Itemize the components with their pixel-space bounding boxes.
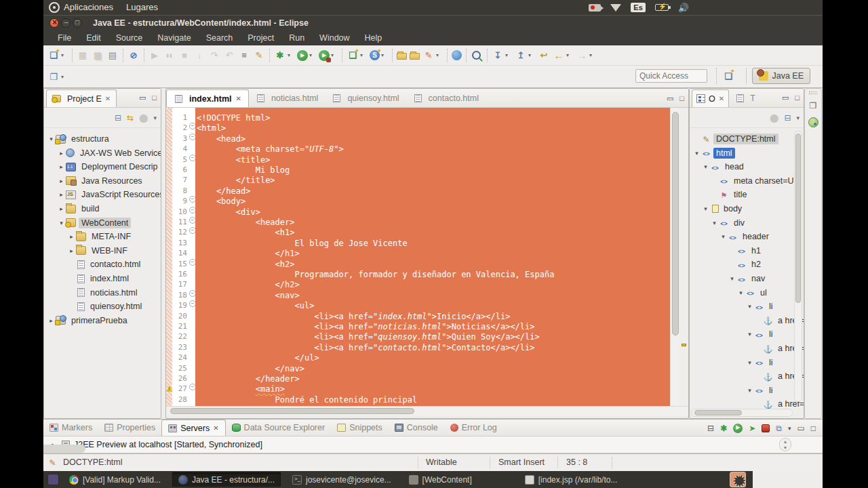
volume-icon[interactable]: 🔊 [678, 3, 689, 13]
back-menu-icon[interactable]: ▾ [566, 52, 573, 58]
web-service-icon[interactable] [370, 50, 380, 60]
twistie-icon[interactable]: ▾ [745, 303, 754, 310]
tree-item-deployment-descrip[interactable]: ▸Deployment Descrip [57, 160, 161, 174]
palette-view-icon[interactable] [808, 117, 818, 127]
tree-item-contacto-html[interactable]: contacto.html [67, 258, 143, 271]
tree-item-noticias-html[interactable]: noticias.html [67, 286, 140, 300]
twistie-icon[interactable]: ▸ [57, 191, 66, 198]
outline-item-li[interactable]: ▾li [745, 356, 776, 369]
skip-breakpoints-icon[interactable] [127, 49, 140, 62]
twistie-icon[interactable]: ▾ [745, 387, 754, 394]
outline-item-h2[interactable]: h2 [728, 258, 764, 271]
bottom-tab-servers[interactable]: Servers✕ [161, 420, 225, 436]
menu-project[interactable]: Project [240, 32, 281, 44]
resume-icon[interactable] [149, 49, 161, 62]
tree-item-web-inf[interactable]: ▸WEB-INF [67, 244, 130, 258]
tree-item-meta-inf[interactable]: ▸META-INF [67, 230, 134, 243]
bottom-tab-console[interactable]: Console [389, 420, 444, 436]
publish-icon[interactable]: ⧉ [776, 424, 782, 433]
taskbar-window-chrome[interactable]: [Valid] Markup Valid... [63, 472, 167, 487]
editor-tab-contacto.html[interactable]: contacto.html [406, 89, 486, 107]
tree-item-primeraprueba[interactable]: ▸primeraPrueba [47, 314, 130, 327]
new-wizard-icon[interactable] [47, 49, 60, 62]
outline-item-meta-charset-u[interactable]: meta charset=U [710, 174, 797, 188]
editor-window-icon[interactable] [47, 70, 60, 83]
style-pen-icon[interactable] [422, 49, 435, 62]
fold-marker-icon[interactable] [189, 198, 195, 205]
back-icon[interactable] [553, 49, 565, 62]
fold-marker-icon[interactable] [189, 292, 195, 299]
bottom-tab-error-log[interactable]: Error Log [444, 420, 503, 436]
maximize-view-icon[interactable]: □ [152, 94, 157, 102]
import-icon[interactable] [397, 53, 407, 60]
outline-item-ul[interactable]: ▾ul [736, 286, 770, 300]
coverage-icon[interactable] [319, 50, 330, 61]
tree-item-java-resources[interactable]: ▸Java Resources [57, 174, 145, 188]
bottom-tab-properties[interactable]: Properties [98, 420, 161, 436]
step-over-icon[interactable] [208, 49, 220, 62]
minimize-view-icon[interactable]: ▭ [797, 424, 804, 433]
fold-marker-icon[interactable] [189, 386, 195, 392]
fold-marker-icon[interactable] [189, 136, 195, 142]
minimize-view-icon[interactable]: ▭ [782, 94, 789, 102]
fold-marker-icon[interactable] [189, 219, 195, 226]
keyboard-layout-indicator[interactable]: Es [631, 3, 645, 12]
web-browser-icon[interactable] [452, 50, 462, 60]
launch-config-icon[interactable] [238, 49, 250, 62]
bottom-tab-snippets[interactable]: Snippets [331, 420, 389, 436]
menu-file[interactable]: File [50, 32, 79, 44]
menu-run[interactable]: Run [281, 32, 312, 44]
minimize-editor-icon[interactable]: ▭ [667, 94, 673, 103]
java-ee-perspective-button[interactable]: Java EE [752, 68, 810, 84]
warning-mark[interactable] [682, 344, 686, 346]
bottom-tab-data-source-explorer[interactable]: Data Source Explorer [226, 420, 332, 436]
web-service-menu-icon[interactable]: ▾ [381, 52, 388, 58]
view-menu-icon[interactable]: ▾ [153, 115, 157, 121]
twistie-icon[interactable]: ▾ [736, 289, 745, 296]
tab-outline[interactable]: O ✕ [692, 89, 729, 107]
outline-item-title[interactable]: title [710, 188, 749, 201]
outline-vertical-scrollbar[interactable] [794, 131, 802, 402]
outline-item-li[interactable]: ▾li [745, 384, 776, 397]
outline-item-li[interactable]: ▾li [745, 300, 776, 313]
quick-access-input[interactable] [635, 69, 707, 83]
taskbar-window-gedit[interactable]: [index.jsp (/var/lib/to... [519, 472, 624, 487]
twistie-icon[interactable]: ▾ [701, 163, 710, 170]
twistie-icon[interactable]: ▸ [57, 178, 66, 184]
fold-marker-icon[interactable] [189, 302, 195, 309]
twistie-icon[interactable]: ▾ [745, 359, 754, 366]
close-button[interactable] [50, 18, 59, 28]
annotation-ruler[interactable] [166, 108, 172, 406]
ubuntu-logo-icon[interactable] [49, 2, 60, 13]
step-return-icon[interactable] [223, 49, 235, 62]
outline-item-body[interactable]: ▾body [701, 202, 745, 216]
maximize-view-icon[interactable]: □ [795, 94, 800, 102]
twistie-icon[interactable]: ▸ [67, 233, 76, 240]
prev-annotation-menu-icon[interactable]: ▾ [528, 52, 535, 58]
new-wizard-menu-icon[interactable]: ▾ [61, 52, 68, 58]
run-menu-icon[interactable]: ▾ [309, 52, 316, 58]
external-tools-icon[interactable] [253, 49, 265, 62]
scroll-buttons[interactable]: ▲▼ [779, 438, 791, 451]
menu-search[interactable]: Search [199, 32, 241, 44]
overview-ruler[interactable] [679, 108, 688, 406]
debug-server-icon[interactable]: ✱ [720, 424, 727, 433]
twistie-icon[interactable]: ▾ [701, 205, 710, 212]
twistie-icon[interactable]: ▾ [719, 233, 728, 240]
new-web-wizard-menu-icon[interactable]: ▾ [360, 52, 367, 58]
tree-item-build[interactable]: ▸build [57, 202, 102, 216]
outline-horizontal-scrollbar[interactable] [691, 409, 793, 417]
export-icon[interactable] [410, 53, 420, 60]
recorder-app-icon[interactable] [730, 472, 746, 487]
editor-horizontal-scrollbar[interactable] [166, 406, 688, 415]
screen-recorder-icon[interactable] [589, 4, 601, 12]
menu-window[interactable]: Window [312, 32, 357, 44]
save-all-icon[interactable] [92, 49, 104, 62]
taskbar-app-icon[interactable] [47, 474, 59, 485]
wifi-icon[interactable] [610, 4, 621, 12]
outline-item-html[interactable]: ▾html [692, 146, 735, 160]
prev-annotation-icon[interactable] [515, 49, 527, 62]
twistie-icon[interactable]: ▸ [67, 247, 76, 254]
next-annotation-menu-icon[interactable]: ▾ [505, 52, 512, 58]
editor-tab-noticias.html[interactable]: noticias.html [249, 89, 325, 107]
